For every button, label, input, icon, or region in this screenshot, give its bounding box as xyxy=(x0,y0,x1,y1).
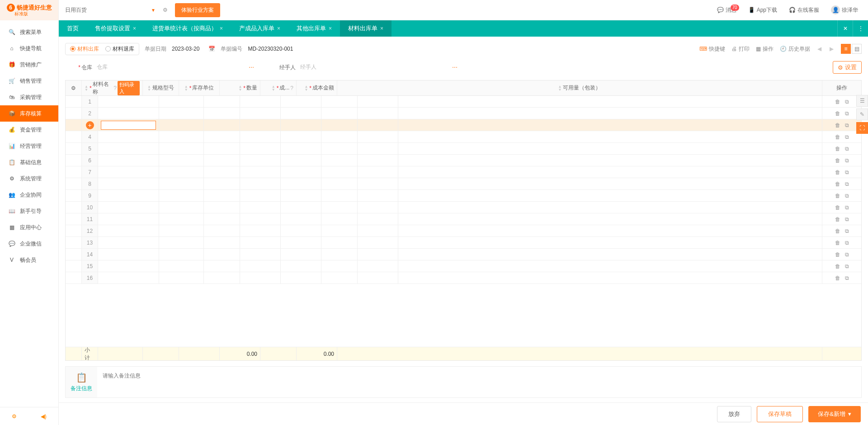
delete-row-icon[interactable]: 🗑 xyxy=(835,228,840,234)
remarks-input[interactable] xyxy=(97,367,861,397)
print-button[interactable]: 🖨打印 xyxy=(731,45,750,53)
sidebar-item-13[interactable]: 💬企业微信 xyxy=(0,236,58,252)
tab-2[interactable]: 进货单统计表（按商品）× xyxy=(144,20,231,37)
material-name-input[interactable] xyxy=(101,121,156,130)
warehouse-input[interactable]: 仓库 xyxy=(97,61,244,73)
side-tool-3[interactable]: ⛶ xyxy=(856,122,868,134)
sidebar-item-1[interactable]: ⌂快捷导航 xyxy=(0,40,58,57)
delete-row-icon[interactable]: 🗑 xyxy=(835,251,840,258)
delete-row-icon[interactable]: 🗑 xyxy=(835,157,840,164)
category-settings-icon[interactable]: ⚙ xyxy=(160,7,170,13)
col-available[interactable]: ▲▼可用量（包装） xyxy=(337,80,822,95)
table-row[interactable]: 2🗑⧉ xyxy=(66,108,861,119)
sidebar-item-0[interactable]: 🔍搜索菜单 xyxy=(0,24,58,40)
messages-button[interactable]: 💬 消息 70 xyxy=(713,6,740,14)
col-amount[interactable]: ▲▼*成本金额 xyxy=(297,80,337,95)
delete-row-icon[interactable]: 🗑 xyxy=(835,275,840,281)
table-row[interactable]: 12🗑⧉ xyxy=(66,225,861,237)
shortcut-button[interactable]: ⌨快捷键 xyxy=(699,45,725,53)
handler-input[interactable]: 经手人 xyxy=(300,61,448,73)
close-icon[interactable]: × xyxy=(133,25,136,32)
delete-row-icon[interactable]: 🗑 xyxy=(835,134,840,140)
side-tool-1[interactable]: ☰ xyxy=(856,95,868,107)
save-draft-button[interactable]: 保存草稿 xyxy=(757,406,803,422)
app-download-button[interactable]: 📱 App下载 xyxy=(745,6,781,14)
close-icon[interactable]: × xyxy=(277,25,280,32)
table-row[interactable]: 13🗑⧉ xyxy=(66,237,861,249)
sidebar-item-12[interactable]: ▦应用中心 xyxy=(0,219,58,236)
online-service-button[interactable]: 🎧 在线客服 xyxy=(785,6,823,14)
close-icon[interactable]: × xyxy=(329,25,332,32)
discard-button[interactable]: 放弃 xyxy=(717,406,751,422)
handler-more-icon[interactable]: ⋯ xyxy=(452,64,458,71)
copy-row-icon[interactable]: ⧉ xyxy=(845,146,849,152)
sidebar-item-10[interactable]: 👥企业协同 xyxy=(0,187,58,203)
radio-material-out[interactable]: 材料出库 xyxy=(70,45,99,53)
sidebar-item-2[interactable]: 🎁营销推广 xyxy=(0,57,58,73)
sidebar-item-7[interactable]: 📊经营管理 xyxy=(0,138,58,154)
copy-row-icon[interactable]: ⧉ xyxy=(845,275,849,281)
table-row[interactable]: 14🗑⧉ xyxy=(66,249,861,260)
side-tool-2[interactable]: ✎ xyxy=(856,109,868,120)
table-row[interactable]: 8🗑⧉ xyxy=(66,178,861,190)
delete-row-icon[interactable]: 🗑 xyxy=(835,99,840,105)
prev-doc-button[interactable]: ◀ xyxy=(816,46,822,52)
tab-4[interactable]: 其他出库单× xyxy=(288,20,340,37)
sidebar-item-9[interactable]: ⚙系统管理 xyxy=(0,170,58,187)
col-config[interactable]: ⚙ xyxy=(66,80,82,95)
view-list-button[interactable]: ≡ xyxy=(841,44,851,54)
sidebar-item-8[interactable]: 📋基础信息 xyxy=(0,154,58,170)
copy-row-icon[interactable]: ⧉ xyxy=(845,99,849,105)
radio-material-return[interactable]: 材料退库 xyxy=(105,45,134,53)
scan-tag[interactable]: 扫码录入 xyxy=(118,81,140,95)
sidebar-item-3[interactable]: 🛒销售管理 xyxy=(0,73,58,89)
sidebar-item-14[interactable]: V畅会员 xyxy=(0,252,58,268)
copy-row-icon[interactable]: ⧉ xyxy=(845,240,849,246)
date-value[interactable]: 2023-03-20 xyxy=(172,46,199,52)
table-row[interactable]: +🗑⧉ xyxy=(66,119,861,131)
add-row-button[interactable]: + xyxy=(86,121,94,129)
table-row[interactable]: 6🗑⧉ xyxy=(66,155,861,166)
help-icon[interactable]: ? xyxy=(290,85,293,91)
copy-row-icon[interactable]: ⧉ xyxy=(845,157,849,164)
table-row[interactable]: 11🗑⧉ xyxy=(66,213,861,225)
collapse-icon[interactable]: ◀) xyxy=(41,413,47,420)
delete-row-icon[interactable]: 🗑 xyxy=(835,169,840,175)
help-icon[interactable]: ? xyxy=(113,85,117,91)
col-cost[interactable]: ▲▼*成...? xyxy=(260,80,297,95)
history-button[interactable]: 🕘历史单据 xyxy=(780,45,810,53)
save-and-new-button[interactable]: 保存&新增 ▾ xyxy=(808,406,861,422)
delete-row-icon[interactable]: 🗑 xyxy=(835,240,840,246)
delete-row-icon[interactable]: 🗑 xyxy=(835,181,840,187)
copy-row-icon[interactable]: ⧉ xyxy=(845,169,849,175)
copy-row-icon[interactable]: ⧉ xyxy=(845,110,849,117)
delete-row-icon[interactable]: 🗑 xyxy=(835,263,840,269)
table-row[interactable]: 9🗑⧉ xyxy=(66,190,861,202)
view-card-button[interactable]: ▤ xyxy=(852,44,862,54)
table-row[interactable]: 15🗑⧉ xyxy=(66,260,861,272)
table-row[interactable]: 5🗑⧉ xyxy=(66,143,861,155)
delete-row-icon[interactable]: 🗑 xyxy=(835,216,840,222)
delete-row-icon[interactable]: 🗑 xyxy=(835,193,840,199)
tab-5[interactable]: 材料出库单× xyxy=(340,20,392,37)
copy-row-icon[interactable]: ⧉ xyxy=(845,204,849,211)
copy-row-icon[interactable]: ⧉ xyxy=(845,228,849,234)
tab-menu[interactable]: ⋮ xyxy=(853,20,868,37)
copy-row-icon[interactable]: ⧉ xyxy=(845,134,849,140)
tab-0[interactable]: 首页 xyxy=(59,20,87,37)
tab-close-current[interactable]: ✕ xyxy=(837,20,853,37)
table-row[interactable]: 16🗑⧉ xyxy=(66,272,861,284)
delete-row-icon[interactable]: 🗑 xyxy=(835,146,840,152)
tab-3[interactable]: 产成品入库单× xyxy=(231,20,288,37)
copy-row-icon[interactable]: ⧉ xyxy=(845,122,849,128)
delete-row-icon[interactable]: 🗑 xyxy=(835,110,840,117)
sidebar-item-5[interactable]: 📦库存核算 xyxy=(0,105,58,122)
table-row[interactable]: 4🗑⧉ xyxy=(66,131,861,143)
close-icon[interactable]: × xyxy=(380,25,383,32)
remarks-tab[interactable]: 📋 备注信息 xyxy=(66,367,97,397)
col-spec[interactable]: ▲▼规格型号 xyxy=(143,80,179,95)
operate-button[interactable]: ▦操作 xyxy=(756,45,774,53)
col-qty[interactable]: ▲▼*数量 xyxy=(220,80,260,95)
tab-1[interactable]: 售价提取设置× xyxy=(87,20,144,37)
settings-icon[interactable]: ⚙ xyxy=(12,413,17,420)
